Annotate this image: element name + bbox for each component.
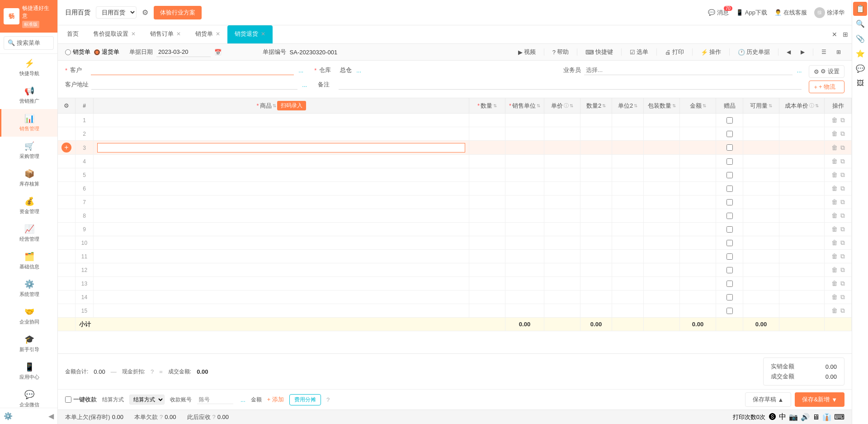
user-profile-button[interactable]: 徐 徐泽华	[814, 7, 844, 18]
row-price-10[interactable]	[544, 236, 580, 250]
row-gift-2[interactable]	[716, 127, 743, 141]
tab-close-sales-return[interactable]: ✕	[261, 31, 265, 37]
row-pkg-4[interactable]	[644, 155, 680, 168]
row-unit2-11[interactable]	[612, 250, 644, 263]
row-unit-2[interactable]	[505, 127, 544, 141]
row-unit2-12[interactable]	[612, 263, 644, 277]
row-qty-12[interactable]	[469, 263, 505, 277]
row-qty-13[interactable]	[469, 277, 505, 291]
tab-home[interactable]: 首页	[60, 25, 86, 43]
salesperson-select-dots[interactable]: ...	[797, 67, 802, 74]
operations-btn[interactable]: ⚡ 操作	[697, 47, 725, 57]
row-gift-1[interactable]	[716, 114, 743, 127]
sidebar-item-inventory[interactable]: 📦库存核算	[0, 164, 57, 192]
sidebar-item-sales[interactable]: 📊销售管理	[0, 109, 57, 137]
delete-row-icon-6[interactable]: 🗑	[831, 185, 838, 192]
radio-sale[interactable]: 销货单	[65, 48, 90, 56]
sidebar-item-marketing[interactable]: 📢营销推广	[0, 81, 57, 109]
sort-unit-icon[interactable]: ⇅	[537, 103, 540, 108]
tab-close-sales-delivery[interactable]: ✕	[216, 31, 220, 37]
settings-button[interactable]: ⚙ ⚙ 设置	[809, 65, 844, 78]
row-cost-6[interactable]	[779, 182, 825, 195]
product-input-3[interactable]	[97, 143, 465, 152]
row-pkg-7[interactable]	[644, 195, 680, 209]
row-qty-10[interactable]	[469, 236, 505, 250]
tab-sales-delivery[interactable]: 销货单✕	[188, 25, 227, 43]
row-qty2-8[interactable]	[580, 209, 612, 223]
video-btn[interactable]: ▶ 视频	[514, 47, 539, 57]
copy-row-icon-11[interactable]: ⧉	[840, 252, 845, 260]
row-gift-11[interactable]	[716, 250, 743, 263]
tab-price-settings[interactable]: 售价提取设置✕	[86, 25, 143, 43]
save-new-button[interactable]: 保存&新增 ▼	[795, 392, 844, 407]
s-icon-1[interactable]: 🅢	[769, 413, 776, 421]
history-btn[interactable]: 🕐 历史单据	[734, 47, 774, 57]
row-gift-9[interactable]	[716, 223, 743, 236]
row-qty-4[interactable]	[469, 155, 505, 168]
row-product-15[interactable]	[94, 304, 469, 318]
account-select-dots[interactable]: ...	[241, 396, 245, 403]
delete-row-icon-11[interactable]: 🗑	[831, 252, 838, 260]
sort-qty-icon[interactable]: ⇅	[493, 103, 497, 108]
fee-split-button[interactable]: 费用分摊	[289, 394, 321, 405]
sidebar-item-wechat[interactable]: 💬企业微信	[0, 385, 57, 408]
discount-info-icon[interactable]: ?	[151, 368, 154, 375]
row-qty2-3[interactable]	[580, 141, 612, 155]
row-cost-15[interactable]	[779, 304, 825, 318]
sidebar-item-quick-nav[interactable]: ⚡快捷导航	[0, 54, 57, 81]
row-avail-5[interactable]	[743, 168, 779, 182]
sidebar-item-operations[interactable]: 📈经营管理	[0, 219, 57, 247]
row-unit-15[interactable]	[505, 304, 544, 318]
row-qty-11[interactable]	[469, 250, 505, 263]
row-amount-2[interactable]	[680, 127, 716, 141]
delete-row-icon-8[interactable]: 🗑	[831, 212, 838, 219]
row-unit2-9[interactable]	[612, 223, 644, 236]
row-unit-10[interactable]	[505, 236, 544, 250]
row-gift-7[interactable]	[716, 195, 743, 209]
row-amount-7[interactable]	[680, 195, 716, 209]
delete-row-icon-12[interactable]: 🗑	[831, 266, 838, 274]
copy-row-icon-14[interactable]: ⧉	[840, 293, 845, 301]
close-tab-button[interactable]: ✕	[830, 29, 839, 40]
row-avail-8[interactable]	[743, 209, 779, 223]
gift-checkbox-11[interactable]	[726, 253, 733, 260]
row-product-11[interactable]	[94, 250, 469, 263]
row-unit2-2[interactable]	[612, 127, 644, 141]
row-qty2-7[interactable]	[580, 195, 612, 209]
row-product-8[interactable]	[94, 209, 469, 223]
row-cost-11[interactable]	[779, 250, 825, 263]
radio-return[interactable]: 退货单	[94, 48, 119, 56]
row-product-6[interactable]	[94, 182, 469, 195]
copy-row-icon-4[interactable]: ⧉	[840, 157, 845, 165]
row-qty2-1[interactable]	[580, 114, 612, 127]
row-unit-4[interactable]	[505, 155, 544, 168]
row-amount-5[interactable]	[680, 168, 716, 182]
row-product-10[interactable]	[94, 236, 469, 250]
row-pkg-6[interactable]	[644, 182, 680, 195]
row-avail-15[interactable]	[743, 304, 779, 318]
account-input[interactable]	[197, 395, 233, 404]
gift-checkbox-4[interactable]	[726, 158, 733, 165]
right-panel-btn-2[interactable]: 🔍	[853, 17, 867, 31]
row-avail-9[interactable]	[743, 223, 779, 236]
row-pkg-9[interactable]	[644, 223, 680, 236]
row-qty2-5[interactable]	[580, 168, 612, 182]
gift-checkbox-15[interactable]	[726, 308, 733, 314]
sidebar-item-basics[interactable]: 🗂️基础信息	[0, 247, 57, 275]
row-unit2-6[interactable]	[612, 182, 644, 195]
row-cost-7[interactable]	[779, 195, 825, 209]
copy-row-icon-9[interactable]: ⧉	[840, 225, 845, 233]
copy-row-icon-15[interactable]: ⧉	[840, 307, 845, 314]
sidebar-item-enterprise[interactable]: 🤝企业协同	[0, 302, 57, 330]
row-amount-13[interactable]	[680, 277, 716, 291]
row-avail-11[interactable]	[743, 250, 779, 263]
warehouse-select-dots[interactable]: ...	[356, 67, 361, 74]
row-qty2-6[interactable]	[580, 182, 612, 195]
row-gift-10[interactable]	[716, 236, 743, 250]
copy-row-icon-1[interactable]: ⧉	[840, 116, 845, 124]
row-price-15[interactable]	[544, 304, 580, 318]
calc-method-select[interactable]: 结算方式	[129, 395, 165, 405]
row-unit-11[interactable]	[505, 250, 544, 263]
row-unit-8[interactable]	[505, 209, 544, 223]
row-cost-10[interactable]	[779, 236, 825, 250]
